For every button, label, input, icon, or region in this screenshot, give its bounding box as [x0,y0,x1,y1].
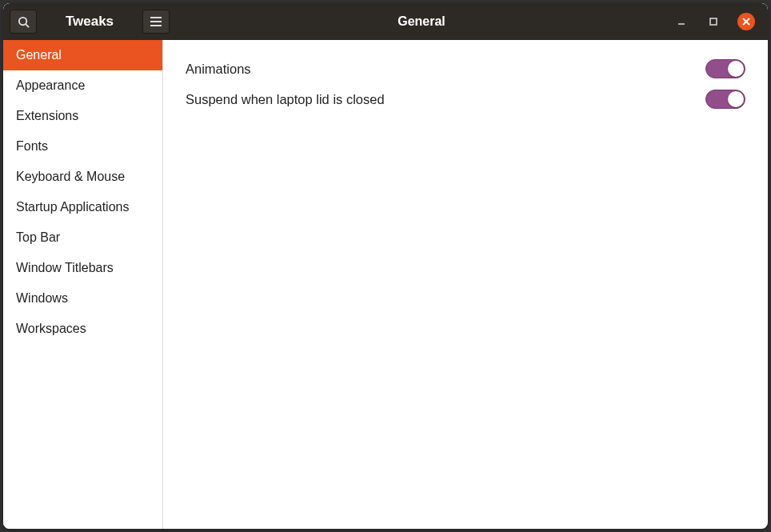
content-pane: Animations Suspend when laptop lid is cl… [163,40,768,529]
setting-row-animations: Animations [186,56,745,82]
close-button[interactable] [737,13,755,30]
titlebar: Tweaks General [3,3,768,40]
switch-knob [728,61,744,77]
titlebar-left: Tweaks [10,10,170,34]
sidebar-item-label: Top Bar [16,230,60,244]
sidebar-item-window-titlebars[interactable]: Window Titlebars [3,253,162,283]
maximize-icon [709,18,717,26]
hamburger-icon [150,17,162,26]
suspend-lid-toggle[interactable] [705,90,745,109]
sidebar: General Appearance Extensions Fonts Keyb… [3,40,163,529]
sidebar-item-workspaces[interactable]: Workspaces [3,314,162,344]
sidebar-item-extensions[interactable]: Extensions [3,101,162,131]
app-title: Tweaks [37,14,142,30]
sidebar-item-fonts[interactable]: Fonts [3,131,162,162]
sidebar-item-top-bar[interactable]: Top Bar [3,222,162,253]
app-window: Tweaks General [3,3,768,529]
search-button[interactable] [10,10,37,34]
maximize-button[interactable] [705,14,721,30]
sidebar-item-label: Extensions [16,109,78,122]
switch-knob [728,91,744,107]
sidebar-item-label: Workspaces [16,322,86,335]
window-controls [673,13,761,30]
sidebar-item-appearance[interactable]: Appearance [3,70,162,101]
setting-row-suspend-lid: Suspend when laptop lid is closed [186,86,745,112]
close-icon [742,18,750,26]
sidebar-item-label: Window Titlebars [16,261,114,274]
sidebar-item-label: Startup Applications [16,200,129,214]
svg-point-0 [18,17,26,24]
setting-label: Suspend when laptop lid is closed [186,92,385,107]
sidebar-item-keyboard-mouse[interactable]: Keyboard & Mouse [3,162,162,192]
sidebar-item-label: Appearance [16,78,85,92]
menu-button[interactable] [142,10,170,34]
svg-rect-6 [710,18,717,25]
sidebar-item-label: Keyboard & Mouse [16,170,125,183]
animations-toggle[interactable] [705,59,745,78]
minimize-icon [677,18,685,26]
page-title: General [170,14,673,29]
sidebar-item-label: General [16,48,62,62]
body: General Appearance Extensions Fonts Keyb… [3,40,768,529]
svg-line-1 [26,24,29,27]
minimize-button[interactable] [673,14,689,30]
search-icon [18,16,30,28]
setting-label: Animations [186,62,251,77]
sidebar-item-general[interactable]: General [3,40,162,70]
sidebar-item-windows[interactable]: Windows [3,283,162,314]
sidebar-item-label: Fonts [16,139,48,153]
sidebar-item-label: Windows [16,291,68,305]
sidebar-item-startup-applications[interactable]: Startup Applications [3,192,162,222]
